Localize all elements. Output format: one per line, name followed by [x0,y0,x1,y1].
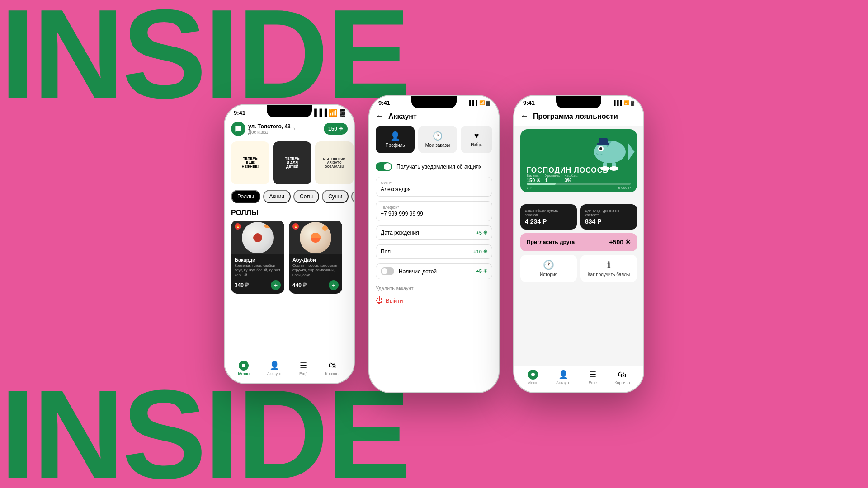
food-card-bakardi-body: Бакарди Креветка, томат, спайси соус, ку… [231,254,284,294]
delete-account-link[interactable]: Удалить аккаунт [369,284,499,295]
children-bonus: +5 ✳ [476,268,487,274]
category-rolls[interactable]: Роллы [231,190,260,203]
phone-loyalty: 9:41 ▐▐▐ 📶 ▓ ← Программа лояльности [513,95,644,393]
food-desc-bakardi: Креветка, томат, спайси соус, кунжут бел… [235,263,281,277]
loyalty-stats-row: Баллы: 150 ✳ Уровень: 1 Кэшбэк: 3% [527,174,631,183]
food-price-row-abudabi: 440 ₽ + [292,280,339,290]
nav-more[interactable]: ☰ Ещё [299,361,307,376]
logout-button[interactable]: ⏻ Выйти [369,295,499,306]
children-toggle[interactable] [381,267,394,275]
logout-icon: ⏻ [376,296,383,305]
toggle-thumb [384,163,391,170]
banner-2[interactable]: ТЕПЕРЬИ ДЛЯДЕТЕЙ [273,141,311,184]
name-field[interactable]: ФИО* Александра [376,177,492,197]
gender-label: Пол [381,249,391,255]
svg-rect-7 [597,143,609,145]
food-card-bakardi[interactable]: 🔥 Бакарди Креветка, томат, спайси соус, … [231,221,284,294]
svg-marker-2 [628,143,635,161]
phone2-notch [411,96,457,108]
p3-cart-icon: 🛍 [618,370,626,380]
category-actions[interactable]: Акции [263,190,291,203]
p2-battery-icon: ▓ [486,100,490,105]
food-price-row-bakardi: 340 ₽ + [235,280,281,290]
points-badge[interactable]: 150 ✳ [324,123,348,135]
phone2-inner: 9:41 ▐▐▐ 📶 ▓ ← Аккаунт 👤 Профиль [369,96,499,392]
orders-tab-label: Мои заказы [425,143,450,148]
phone2-time: 9:41 [378,99,390,106]
utility-how-to[interactable]: ℹ Как получить баллы [580,255,637,282]
phone3-bottom-nav: Меню 👤 Аккаунт ☰ Ещё 🛍 Корзина [514,366,643,392]
tab-profile[interactable]: 👤 Профиль [376,126,415,153]
phone-field[interactable]: Телефон* +7 999 999 99 99 [376,201,492,221]
loyalty-stat-level: Уровень: 1 [545,174,560,183]
nav-account[interactable]: 👤 Аккаунт [267,361,282,376]
back-button[interactable]: ← [376,112,384,121]
nav-menu[interactable]: Меню [238,361,250,376]
banner2-text: ТЕПЕРЬИ ДЛЯДЕТЕЙ [285,157,299,169]
phone1-inner: 9:41 ▐▐▐ 📶 ▓ ул. Толстого, 43 [225,105,354,383]
food-card-abudabi-body: Абу-Даби Состав: лосось, кокосовая струж… [289,254,342,294]
tab-orders[interactable]: 🕐 Мои заказы [418,126,457,153]
phone3-inner: 9:41 ▐▐▐ 📶 ▓ ← Программа лояльности [514,96,643,392]
p3-battery-icon: ▓ [631,100,634,105]
notifications-toggle[interactable] [376,162,392,171]
address-main: ул. Толстого, 43 [248,123,291,130]
svg-point-5 [599,147,602,150]
gender-field[interactable]: Пол +10 ✳ [376,244,492,259]
food-price-bakardi: 340 ₽ [235,282,249,288]
food-card-abudabi[interactable]: 🔥 Абу-Даби Состав: лосось, кокосовая стр… [289,221,342,294]
nav-account-label: Аккаунт [267,371,282,376]
p3-nav-account[interactable]: 👤 Аккаунт [556,370,571,385]
orders-tab-icon: 🕐 [433,131,443,141]
phone3-header: ← Программа лояльности [514,108,643,126]
nav-cart-icon: 🛍 [329,361,337,371]
phone-field-value: +7 999 999 99 99 [381,211,487,217]
profile-tab-label: Профиль [385,143,405,148]
p3-nav-menu[interactable]: Меню [528,370,538,385]
phone1-time: 9:41 [234,109,245,116]
profile-tab-icon: 👤 [390,131,400,141]
add-bakardi-button[interactable]: + [271,280,281,290]
birthday-bonus: +5 ✳ [476,230,487,236]
address-text: ул. Толстого, 43 Доставка [248,123,291,135]
loyalty-stat-points: Баллы: 150 ✳ [527,174,540,183]
svg-point-12 [531,373,535,376]
address-sub: Доставка [248,130,291,135]
phone3-title: Программа лояльности [533,113,618,121]
add-abudabi-button[interactable]: + [329,280,339,290]
phone3-notch [556,96,601,108]
invite-bonus: +500 ✳ [609,239,631,246]
progress-start: 0 Р [527,186,532,190]
phone-field-label: Телефон* [381,205,487,210]
category-sets[interactable]: Сеты [293,190,319,203]
spacer [225,294,354,357]
p3-nav-more[interactable]: ☰ Ещё [589,370,597,385]
account-tabs: 👤 Профиль 🕐 Мои заказы ♥ Избр. [369,126,499,159]
address-section[interactable]: ул. Толстого, 43 Доставка › [231,122,295,136]
food-cards: 🔥 Бакарди Креветка, томат, спайси соус, … [225,221,354,294]
food-card-abudabi-img: 🔥 [289,221,342,254]
name-field-label: ФИО* [381,181,487,185]
phone-menu: 9:41 ▐▐▐ 📶 ▓ ул. Толстого, 43 [224,104,355,384]
p3-nav-cart[interactable]: 🛍 Корзина [614,370,630,385]
progress-end: 5 000 Р [618,186,631,190]
phone3-back-button[interactable]: ← [520,112,528,121]
banner-1[interactable]: ТЕПЕРЬЕЩЁНЕЖНЕЕ! [231,141,269,184]
loyalty-total-card: Ваша общая сумма заказов: 4 234 Р [520,204,577,230]
birthday-field[interactable]: Дата рождения +5 ✳ [376,225,492,240]
cashback-label: Кэшбэк: [564,174,577,178]
food-card-bakardi-img: 🔥 [231,221,284,254]
nav-cart[interactable]: 🛍 Корзина [325,361,340,376]
tab-favorites[interactable]: ♥ Избр. [461,126,492,153]
category-soups[interactable]: Супы [351,190,354,203]
invite-card[interactable]: Пригласить друга +500 ✳ [520,233,637,251]
nav-account-icon: 👤 [269,361,279,371]
category-sushi[interactable]: Суши [322,190,349,203]
spacer3 [514,282,643,366]
banner-3[interactable]: МЫ ГОВОРИМARIGATŌGOZAIMASU [315,141,354,184]
howto-label: Как получить баллы [588,272,630,277]
phones-container: 9:41 ▐▐▐ 📶 ▓ ул. Толстого, 43 [0,0,868,488]
utility-history[interactable]: 🕐 История [520,255,577,282]
svg-point-0 [242,364,245,367]
children-field[interactable]: Наличие детей +5 ✳ [376,263,492,279]
